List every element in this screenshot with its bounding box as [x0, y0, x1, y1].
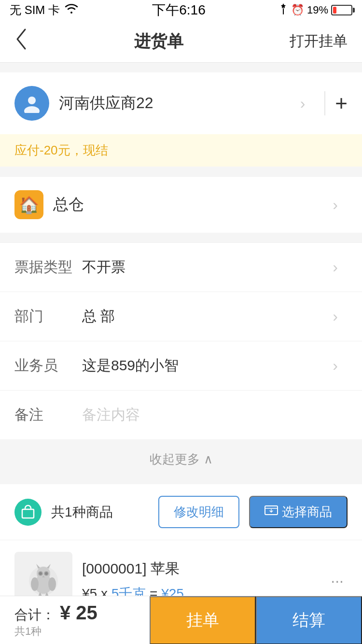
- alarm-icon: ⏰: [291, 4, 304, 16]
- department-label: 部门: [14, 307, 72, 326]
- select-product-button[interactable]: 选择商品: [249, 496, 348, 528]
- section-gap-1: [0, 63, 362, 72]
- invoice-chevron-icon: ›: [333, 258, 338, 276]
- remark-label: 备注: [14, 405, 72, 425]
- wifi-icon: [64, 3, 79, 17]
- product-count-label: 共1种商品: [51, 503, 149, 521]
- supplier-divider: [324, 91, 325, 115]
- total-count: 共1种: [14, 624, 135, 639]
- svg-point-12: [45, 572, 48, 575]
- svg-rect-2: [22, 509, 34, 518]
- svg-point-15: [48, 577, 56, 591]
- salesperson-chevron-icon: ›: [333, 357, 338, 375]
- collapse-icon: ∧: [204, 452, 213, 467]
- carrier-text: 无 SIM 卡: [10, 2, 60, 18]
- invoice-value: 不开票: [82, 257, 333, 277]
- product-more-button[interactable]: ···: [327, 568, 348, 594]
- battery-icon: [331, 5, 352, 15]
- product-count-icon: [14, 499, 42, 526]
- product-name: [0000001] 苹果: [82, 559, 317, 579]
- form-row-department[interactable]: 部门 总 部 ›: [0, 292, 362, 341]
- location-icon: [278, 3, 288, 17]
- status-bar: 无 SIM 卡 下午6:16 ⏰ 19%: [0, 0, 362, 20]
- department-chevron-icon: ›: [333, 308, 338, 325]
- warehouse-chevron-icon: ›: [333, 196, 338, 214]
- warehouse-section: 🏠 总仓 ›: [0, 176, 362, 233]
- total-amount: ¥ 25: [60, 602, 97, 624]
- open-pending-button[interactable]: 打开挂单: [290, 31, 348, 51]
- section-gap-3: [0, 233, 362, 242]
- warehouse-icon: 🏠: [14, 190, 43, 219]
- battery-percentage: 19%: [307, 4, 328, 16]
- form-row-invoice[interactable]: 票据类型 不开票 ›: [0, 242, 362, 292]
- checkout-button[interactable]: 结算: [256, 596, 362, 644]
- department-value: 总 部: [82, 307, 333, 326]
- total-label: 合计：: [14, 606, 55, 624]
- warehouse-name: 总仓: [53, 194, 333, 215]
- notice-bar: 应付-20元，现结: [0, 134, 362, 167]
- bottom-bar: 合计： ¥ 25 共1种 挂单 结算: [0, 596, 362, 644]
- page-title: 进货单: [134, 30, 183, 53]
- supplier-chevron-icon: ›: [300, 95, 306, 112]
- salesperson-label: 业务员: [14, 356, 72, 376]
- modify-detail-button[interactable]: 修改明细: [158, 496, 239, 528]
- collapse-label: 收起更多: [150, 451, 200, 468]
- add-button[interactable]: +: [335, 93, 348, 114]
- select-icon: [265, 504, 278, 519]
- status-time: 下午6:16: [152, 1, 206, 19]
- total-section: 合计： ¥ 25 共1种: [0, 602, 150, 639]
- svg-point-0: [28, 97, 36, 104]
- invoice-label: 票据类型: [14, 257, 72, 277]
- nav-bar: 进货单 打开挂单: [0, 20, 362, 63]
- warehouse-row[interactable]: 🏠 总仓 ›: [0, 176, 362, 233]
- remark-placeholder: 备注内容: [82, 405, 333, 425]
- pending-button[interactable]: 挂单: [150, 596, 256, 644]
- form-row-remark[interactable]: 备注 备注内容 ›: [0, 390, 362, 439]
- select-product-label: 选择商品: [282, 504, 332, 520]
- salesperson-value: 这是859的小智: [82, 356, 333, 376]
- svg-point-1: [24, 106, 40, 113]
- form-section: 票据类型 不开票 › 部门 总 部 › 业务员 这是859的小智 › 备注 备注…: [0, 242, 362, 439]
- back-button[interactable]: [14, 28, 28, 55]
- supplier-avatar: [14, 86, 49, 121]
- form-row-salesperson[interactable]: 业务员 这是859的小智 ›: [0, 341, 362, 390]
- collapse-button[interactable]: 收起更多 ∧: [0, 439, 362, 479]
- supplier-section: 河南供应商22 › + 应付-20元，现结: [0, 72, 362, 167]
- section-gap-2: [0, 167, 362, 176]
- status-bar-left: 无 SIM 卡: [10, 2, 79, 18]
- status-bar-right: ⏰ 19%: [278, 3, 352, 17]
- supplier-name: 河南供应商22: [59, 93, 300, 114]
- svg-point-11: [39, 572, 42, 575]
- supplier-row[interactable]: 河南供应商22 › +: [0, 72, 362, 134]
- svg-point-14: [31, 577, 39, 591]
- notice-text: 应付-20元，现结: [14, 143, 108, 157]
- product-header: 共1种商品 修改明细 选择商品: [0, 479, 362, 540]
